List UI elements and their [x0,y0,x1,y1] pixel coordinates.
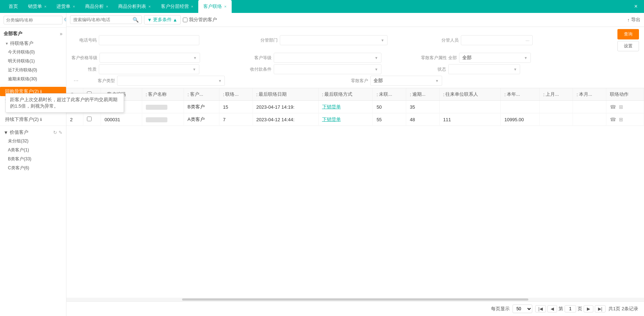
total-label: 共1页 2条记录 [608,306,638,312]
nav-item-sales[interactable]: 销货单 × [23,0,51,13]
last-page-btn[interactable]: ▶| [595,305,606,312]
search-input[interactable] [73,17,133,22]
status-select[interactable]: ▼ [448,64,520,74]
td-name-1 [142,101,184,113]
scatter-attr-value: 全部 [462,55,472,61]
last-method-link-1[interactable]: 下销货单 [322,104,341,109]
nav-item-purchase[interactable]: 进货单 × [51,0,80,13]
per-page-select[interactable]: 50 20 100 [513,305,532,313]
sidebar-item-tomorrow[interactable]: 明天待联络(1) [0,57,66,66]
th-last-method[interactable]: :最后联络方式 [318,88,373,101]
nav-label-segment: 客户分层经营 [161,3,189,10]
more-conditions-btn[interactable]: ▼ 更多条件 ▲ [144,15,181,24]
row4-dots[interactable]: ··· [71,77,80,84]
nav-item-analysis-list[interactable]: 商品分析列表 × [113,0,156,13]
nav-close-contact[interactable]: × [224,4,226,9]
th-type[interactable]: :客户... [184,88,219,101]
horizontal-scrollbar[interactable] [66,298,644,301]
first-page-btn[interactable]: |◀ [535,305,546,312]
filter-field-payment: 收付款条件 ▼ [246,64,418,74]
th-name[interactable]: :客户名称 [142,88,184,101]
sidebar-collapse-btn[interactable]: » [60,31,62,37]
th-od-sort-icon: : [410,92,411,97]
window-close-button[interactable]: × [631,3,640,10]
th-uncontacted[interactable]: :未联... [373,88,406,101]
sidebar-item-ungroups[interactable]: 未分组(32) [0,137,66,146]
sidebar-item-a-class[interactable]: A类客户(1) [0,146,66,155]
refresh-icon[interactable]: ↻ [53,130,57,135]
td-actions-1: ☎ ⊞ [606,101,644,113]
nav-close-purchase[interactable]: × [73,4,75,9]
nav-close-segment[interactable]: × [191,4,193,9]
settings-button[interactable]: 设置 [617,41,639,51]
th-contact2[interactable]: :往来单位联系人 [439,88,501,101]
payment-select[interactable]: ▼ [274,64,381,74]
search-icon[interactable]: 🔍 [133,17,139,23]
nav-item-contact[interactable]: 客户联络 × [198,0,231,13]
nav-item-analysis[interactable]: 商品分析 × [80,0,113,13]
next-page-btn[interactable]: ▶ [584,305,593,312]
declining-label: 持续下滑客户(2) [5,116,39,123]
grid-action-icon-2[interactable]: ⊞ [619,117,623,122]
th-last-date[interactable]: :最后联络日期 [252,88,318,101]
cust-grade-chev: ▼ [375,56,378,60]
sidebar-group-value[interactable]: ▼ 价值客户 ↻ ✎ [0,127,66,137]
price-grade-select[interactable]: ▼ [99,53,200,63]
scrollbar-thumb[interactable] [182,298,529,301]
th-contact-count[interactable]: :联络... [219,88,252,101]
td-last-method-2[interactable]: 下销货单 [318,113,373,126]
cust-grade-select[interactable]: ▼ [274,53,381,63]
sidebar-search-input[interactable] [4,16,62,24]
last-method-link-2[interactable]: 下销货单 [322,117,341,122]
adv-filter-row-3: 性质 ▼ 收付款条件 ▼ 状态 [71,64,639,74]
td-this-month-2 [573,113,606,126]
page-input[interactable] [565,305,576,312]
th-last-month[interactable]: :上月... [539,88,573,101]
th-this-month[interactable]: :本月... [573,88,606,101]
nav-close-sales[interactable]: × [44,4,46,9]
nature-select[interactable]: ▼ [99,64,199,74]
th-tm-sort-icon: : [576,92,578,97]
scatter-attr-select[interactable]: 全部 ▼ [459,53,531,63]
td-last-method-1[interactable]: 下销货单 [318,101,373,113]
my-customer-checkbox[interactable] [183,18,187,22]
prev-page-btn[interactable]: ◀ [547,305,557,312]
grid-action-icon-1[interactable]: ⊞ [619,104,623,110]
sidebar-search-icon[interactable]: 🔍 [64,18,66,23]
sidebar-item-today[interactable]: 今天待联络(0) [0,48,66,57]
table-wrap: ⚙ :客户编码 :客户名称 :客户... :联络... [66,88,644,298]
phone-action-icon-1[interactable]: ☎ [610,104,616,110]
export-btn[interactable]: ↑ 导出 [627,16,641,23]
sidebar-divider-1 [0,85,66,85]
cust-type-select[interactable]: ▼ [117,76,225,86]
sidebar-item-declining[interactable]: 持续下滑客户(2) ℹ [0,115,66,124]
query-button[interactable]: 查询 [617,29,639,39]
edit-icon[interactable]: ✎ [59,130,62,135]
content-area: 🔍 ▼ 更多条件 ▲ 我分管的客户 ↑ 导出 电话号码 [66,13,644,316]
my-customer-label: 我分管的客户 [189,16,217,23]
adv-filter-row-1: 电话号码 分管部门 ▼ 分管人员 ··· [71,29,639,51]
th-overdue[interactable]: :逾期... [406,88,440,101]
sidebar-group-pending[interactable]: ▼ 待联络客户 [0,38,66,48]
sidebar-item-overdue[interactable]: 逾期未联络(30) [0,75,66,84]
dept-select[interactable]: ▼ [280,35,388,45]
adv-filters: 电话号码 分管部门 ▼ 分管人员 ··· [66,27,644,88]
scatter-cust-chev: ▼ [435,79,439,83]
scatter-cust-select[interactable]: 全部 ▼ [370,76,442,86]
person-label: 分管人员 [434,37,459,43]
nav-close-analysis-list[interactable]: × [148,4,150,9]
nav-item-segment[interactable]: 客户分层经营 × [156,0,198,13]
td-last-month-1 [539,101,573,113]
table-row: 2 000031 A类客户 7 2023-04-12 14:44: 下销货单 5… [66,113,644,126]
phone-action-icon-2[interactable]: ☎ [610,117,616,122]
row-checkbox-2[interactable] [87,117,92,121]
person-select[interactable]: ··· [461,35,533,45]
sidebar-item-c-class[interactable]: C类客户(6) [0,164,66,173]
th-this-year[interactable]: :本年... [501,88,539,101]
nav-close-analysis[interactable]: × [106,4,108,9]
sidebar-item-b-class[interactable]: B类客户(33) [0,155,66,164]
nav-item-home[interactable]: 首页 [4,0,23,13]
sidebar-item-7days[interactable]: 近7天待联络(0) [0,66,66,75]
scatter-attr-chev: ▼ [524,56,528,60]
phone-input[interactable] [99,35,199,45]
